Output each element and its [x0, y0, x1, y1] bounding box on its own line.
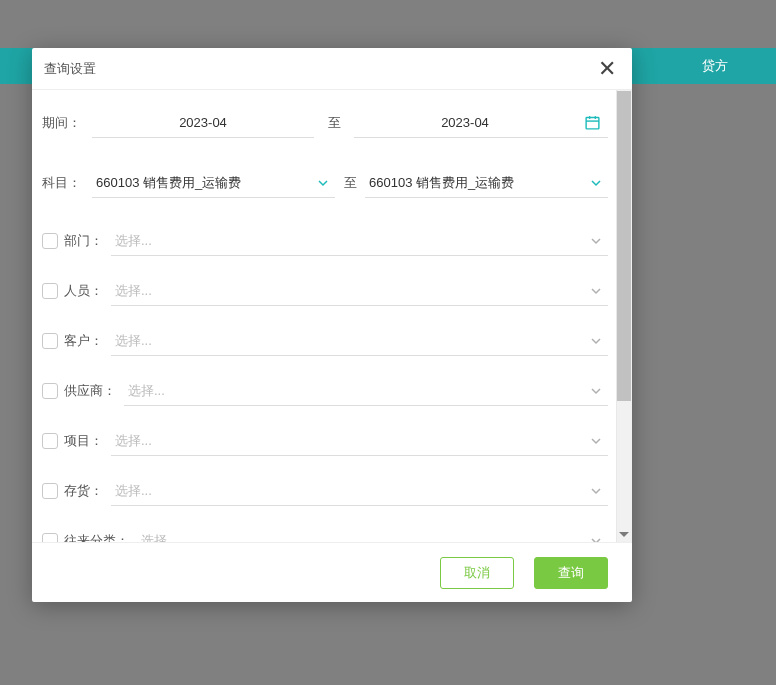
chevron-down-icon	[590, 235, 602, 247]
chevron-down-icon	[590, 285, 602, 297]
customer-label: 客户：	[64, 332, 103, 350]
subject-to-select[interactable]: 660103 销售费用_运输费	[365, 168, 608, 198]
modal-body-wrap: 期间： 2023-04 至 2023-04	[32, 90, 632, 542]
chevron-down-icon	[317, 177, 329, 189]
chevron-down-icon	[590, 435, 602, 447]
project-placeholder: 选择...	[115, 432, 152, 450]
aux-row-contact-category: 往来分类： 选择...	[42, 526, 608, 542]
subject-row: 科目： 660103 销售费用_运输费 至 660103 销售费用_运输费	[42, 168, 608, 198]
calendar-icon[interactable]	[576, 108, 608, 138]
query-settings-modal: 查询设置 ✕ 期间： 2023-04 至 2023-04	[32, 48, 632, 602]
customer-placeholder: 选择...	[115, 332, 152, 350]
aux-row-customer: 客户： 选择...	[42, 326, 608, 356]
header-col-credit: 贷方	[654, 57, 776, 75]
aux-row-person: 人员： 选择...	[42, 276, 608, 306]
close-icon[interactable]: ✕	[594, 54, 620, 84]
subject-separator: 至	[335, 174, 365, 192]
period-row: 期间： 2023-04 至 2023-04	[42, 108, 608, 138]
modal-header: 查询设置 ✕	[32, 48, 632, 90]
period-from-input[interactable]: 2023-04	[92, 108, 314, 138]
chevron-down-icon	[590, 385, 602, 397]
inventory-label: 存货：	[64, 482, 103, 500]
aux-row-project: 项目： 选择...	[42, 426, 608, 456]
department-select[interactable]: 选择...	[111, 226, 608, 256]
person-select[interactable]: 选择...	[111, 276, 608, 306]
subject-to-value: 660103 销售费用_运输费	[369, 174, 514, 192]
project-label: 项目：	[64, 432, 103, 450]
person-label: 人员：	[64, 282, 103, 300]
scrollbar-track[interactable]	[616, 90, 632, 542]
subject-label: 科目：	[42, 174, 92, 192]
period-label: 期间：	[42, 114, 92, 132]
inventory-checkbox[interactable]	[42, 483, 58, 499]
contact-category-select[interactable]: 选择...	[137, 526, 608, 542]
chevron-down-icon	[590, 177, 602, 189]
department-placeholder: 选择...	[115, 232, 152, 250]
supplier-checkbox[interactable]	[42, 383, 58, 399]
project-select[interactable]: 选择...	[111, 426, 608, 456]
person-checkbox[interactable]	[42, 283, 58, 299]
contact-category-label: 往来分类：	[64, 532, 129, 542]
subject-from-select[interactable]: 660103 销售费用_运输费	[92, 168, 335, 198]
supplier-select[interactable]: 选择...	[124, 376, 608, 406]
period-separator: 至	[314, 114, 354, 132]
modal-body: 期间： 2023-04 至 2023-04	[32, 90, 616, 542]
inventory-select[interactable]: 选择...	[111, 476, 608, 506]
aux-row-department: 部门： 选择...	[42, 226, 608, 256]
project-checkbox[interactable]	[42, 433, 58, 449]
department-checkbox[interactable]	[42, 233, 58, 249]
contact-category-placeholder: 选择...	[141, 532, 178, 543]
cancel-button[interactable]: 取消	[440, 557, 514, 589]
aux-row-inventory: 存货： 选择...	[42, 476, 608, 506]
period-to-value: 2023-04	[441, 115, 489, 130]
chevron-down-icon	[590, 335, 602, 347]
modal-title: 查询设置	[44, 60, 96, 78]
supplier-label: 供应商：	[64, 382, 116, 400]
chevron-down-icon	[590, 535, 602, 543]
inventory-placeholder: 选择...	[115, 482, 152, 500]
department-label: 部门：	[64, 232, 103, 250]
chevron-down-icon	[590, 485, 602, 497]
period-from-value: 2023-04	[179, 115, 227, 130]
customer-checkbox[interactable]	[42, 333, 58, 349]
period-to-input[interactable]: 2023-04	[354, 108, 576, 138]
svg-rect-0	[586, 118, 599, 129]
subject-from-value: 660103 销售费用_运输费	[96, 174, 241, 192]
person-placeholder: 选择...	[115, 282, 152, 300]
aux-row-supplier: 供应商： 选择...	[42, 376, 608, 406]
customer-select[interactable]: 选择...	[111, 326, 608, 356]
scrollbar-down-arrow-icon[interactable]	[616, 526, 632, 542]
contact-category-checkbox[interactable]	[42, 533, 58, 542]
supplier-placeholder: 选择...	[128, 382, 165, 400]
scrollbar-thumb[interactable]	[617, 91, 631, 401]
query-button[interactable]: 查询	[534, 557, 608, 589]
modal-footer: 取消 查询	[32, 542, 632, 602]
